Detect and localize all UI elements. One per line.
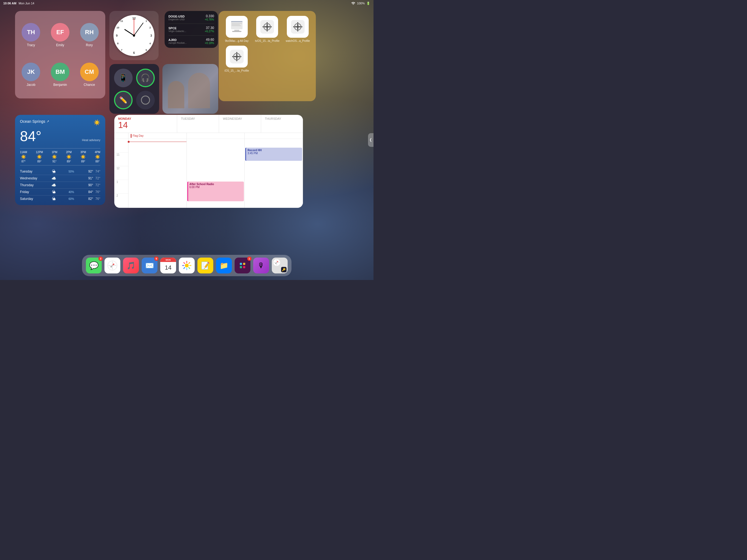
forecast-tuesday: Tuesday 🌦 50% 92° 74° — [20, 168, 100, 175]
clock-num-6: 6 — [132, 51, 136, 55]
control-ipad[interactable]: 📱 — [113, 68, 133, 88]
profile-9to5mac[interactable]: 9to5Mac...g All Day — [223, 16, 251, 42]
weather-hour-11am: 11AM ☀️ 87° — [20, 151, 27, 163]
weather-hour-3pm: 3PM ☀️ 89° — [80, 151, 86, 163]
dock-calendar[interactable]: MON 14 — [160, 258, 176, 274]
control-headphones-btn: 🎧 — [136, 69, 155, 87]
weather-hourly: 11AM ☀️ 87° 12PM ☀️ 89° 1PM ☀️ 91° 2PM ☀… — [20, 148, 100, 166]
clock-num-2: 2 — [148, 25, 152, 30]
status-date: Mon Jun 14 — [19, 2, 34, 5]
stock-price-doge: 0.330 — [205, 14, 214, 18]
contact-tracy[interactable]: TH Tracy — [22, 23, 40, 47]
battery-percent: 100% — [357, 2, 365, 5]
contact-avatar-tracy: TH — [22, 23, 40, 42]
profile-icon-9to5mac — [226, 16, 248, 38]
dock-notes[interactable]: 📝 — [198, 258, 213, 274]
profile-label-watchos: watchOS...a_Profile — [286, 40, 310, 42]
control-circle[interactable] — [135, 90, 155, 110]
cal-time-2: 2 — [114, 194, 128, 207]
svg-rect-27 — [188, 267, 190, 269]
contact-benjamin[interactable]: BM Benjamin — [51, 62, 70, 87]
flag-day-event[interactable]: Flag Day — [129, 133, 186, 139]
dock-photos[interactable] — [179, 258, 195, 274]
clock-num-9: 9 — [114, 33, 119, 38]
weather-forecast: Tuesday 🌦 50% 92° 74° Wednesday ☁️ 91° 7… — [20, 168, 100, 202]
dock-podcasts[interactable]: 🎙 — [253, 258, 269, 274]
contact-emily[interactable]: EF Emily — [51, 23, 70, 47]
calendar-widget[interactable]: MONDAY 14 TUESDAY WEDNESDAY THURSDAY 11 … — [114, 115, 303, 208]
weather-sun-icon: ☀️ — [94, 119, 100, 126]
control-headphones[interactable]: 🎧 — [135, 68, 155, 88]
dock-cal-date: 14 — [165, 264, 172, 271]
clock-num-8: 8 — [115, 41, 120, 46]
weather-temperature: 84° — [20, 128, 42, 144]
contact-avatar-emily: EF — [51, 23, 70, 42]
stock-name-doge: Dogecoin USD — [169, 18, 185, 21]
sidebar-handle[interactable] — [368, 133, 374, 147]
dock-messages[interactable]: 💬 3 — [86, 258, 102, 274]
clock-num-1: 1 — [144, 19, 149, 23]
cal-time-column: 11 12 1 2 — [114, 133, 129, 208]
clock-widget[interactable]: 12 3 6 9 1 11 2 4 5 7 8 10 — [109, 11, 159, 60]
profile-tvos[interactable]: tvOS_15...ta_Profile — [254, 16, 281, 42]
weather-hour-12pm: 12PM ☀️ 89° — [36, 151, 43, 163]
cal-col-tuesday: After School Radio 6:00 PM — [187, 133, 245, 208]
contact-rory[interactable]: RH Rory — [80, 23, 99, 47]
weather-widget[interactable]: Ocean Springs ↗ ☀️ 84° Heat advisory 11A… — [15, 115, 105, 205]
cal-event-record-hh[interactable]: Record HH 3:45 PM — [245, 148, 302, 161]
forecast-wednesday: Wednesday ☁️ 91° 72° — [20, 175, 100, 182]
svg-rect-24 — [186, 261, 187, 263]
dock-music[interactable]: 🎵 — [123, 258, 139, 274]
clock-hour-hand — [124, 29, 134, 36]
stock-row-spce[interactable]: SPCE Virgin Galactic... 37.30 +6.27% — [169, 26, 214, 33]
status-time: 10:06 AM — [3, 2, 17, 5]
profiles-grid: 9to5Mac...g All Day tvOS_15...ta_Profile… — [223, 16, 311, 72]
stock-row-ajrd[interactable]: AJRD Aerojet Rocket... 49.60 +0.18% — [169, 38, 214, 45]
wifi-icon — [351, 1, 356, 5]
cal-time-12: 12 — [114, 166, 128, 180]
photo-widget[interactable] — [162, 64, 218, 114]
svg-point-15 — [236, 55, 238, 58]
clock-num-4: 4 — [148, 41, 152, 46]
clock-num-3: 3 — [149, 33, 153, 38]
svg-point-12 — [297, 26, 299, 28]
contact-jacob[interactable]: JK Jacob — [22, 62, 40, 87]
contact-name-tracy: Tracy — [27, 43, 35, 47]
stocks-widget[interactable]: DOGE-USD Dogecoin USD 0.330 +6.76% SPCE … — [164, 11, 218, 48]
control-pencil-btn: ✏️ — [114, 91, 133, 109]
cal-time-1: 1 — [114, 180, 128, 194]
clock-second-hand — [134, 19, 134, 35]
control-pencil[interactable]: ✏️ — [113, 90, 133, 110]
dock-safari[interactable] — [104, 258, 120, 274]
dock-slack[interactable]: 1 — [235, 258, 251, 274]
contacts-widget[interactable]: TH Tracy EF Emily RH Rory JK Jacob BM Be… — [15, 11, 105, 98]
profiles-widget[interactable]: 9to5Mac...g All Day tvOS_15...ta_Profile… — [219, 11, 316, 101]
contact-chance[interactable]: CM Chance — [80, 62, 99, 87]
svg-rect-32 — [240, 263, 242, 265]
forecast-saturday: Saturday 🌦 60% 82° 76° — [20, 196, 100, 202]
battery-icon: 🔋 — [366, 2, 370, 5]
clock-face: 12 3 6 9 1 11 2 4 5 7 8 10 — [113, 15, 154, 56]
control-circle-btn — [136, 91, 155, 109]
contact-name-rory: Rory — [86, 43, 93, 47]
dock-badge-messages: 3 — [98, 256, 103, 261]
clock-num-10: 10 — [115, 25, 120, 30]
profile-ios15[interactable]: iOS_15_...ta_Profile — [223, 46, 251, 72]
stock-row-doge[interactable]: DOGE-USD Dogecoin USD 0.330 +6.76% — [169, 14, 214, 21]
dock-safari-settings[interactable]: 🔑 — [272, 258, 288, 274]
stock-name-ajrd: Aerojet Rocket... — [169, 42, 187, 44]
contact-avatar-benjamin: BM — [51, 62, 70, 81]
cal-col-monday: Flag Day — [129, 133, 187, 208]
stock-price-spce: 37.30 — [205, 26, 214, 30]
control-ipad-btn: 📱 — [114, 69, 133, 87]
controls-widget[interactable]: 📱 🎧 ✏️ — [109, 64, 159, 114]
profile-label-ios15: iOS_15_...ta_Profile — [225, 69, 249, 72]
dock-mail[interactable]: ✉️ 6 — [141, 258, 157, 274]
cal-header-monday: MONDAY 14 — [114, 115, 177, 133]
cal-event-radio[interactable]: After School Radio 6:00 PM — [187, 182, 244, 201]
weather-location: Ocean Springs ↗ — [20, 119, 49, 124]
profile-watchos[interactable]: watchOS...a_Profile — [284, 16, 311, 42]
dock-files[interactable]: 📁 — [216, 258, 232, 274]
forecast-friday: Friday 🌦 40% 84° 76° — [20, 189, 100, 196]
contact-avatar-jacob: JK — [22, 62, 40, 81]
